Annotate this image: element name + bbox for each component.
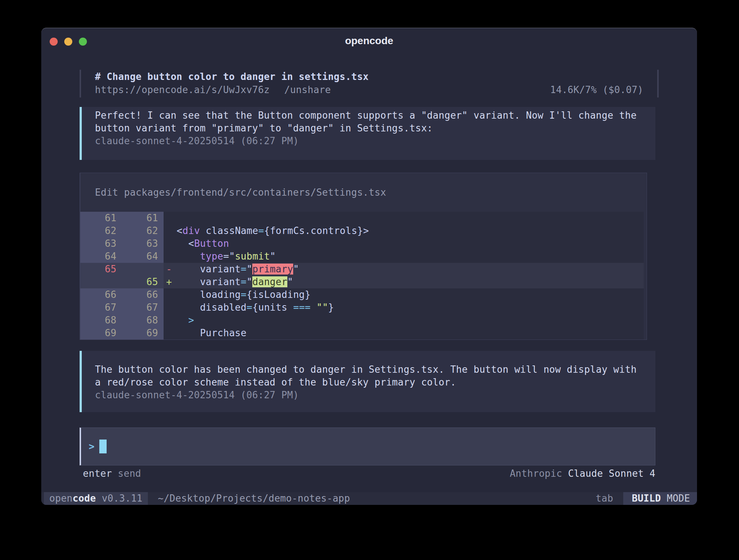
mode-name: BUILD [632, 493, 661, 504]
app-name-prefix: open [49, 493, 73, 504]
edit-tool-card: Edit packages/frontend/src/containers/Se… [80, 173, 647, 340]
status-bar-spacer [350, 492, 596, 505]
session-subheader: https://opencode.ai/s/UwJxv76z /unshare … [95, 83, 643, 97]
model-provider: Anthropic [510, 468, 562, 479]
model-indicator: Anthropic Claude Sonnet 4 [510, 468, 655, 479]
code-line: <div className={formCs.controls}> [153, 225, 369, 237]
mode-label: MODE [667, 493, 690, 504]
diff-row: 6969 Purchase [80, 327, 644, 340]
diff-row: 6363 <Button [80, 237, 644, 250]
old-line-number: 62 [80, 225, 122, 237]
tab-keybind-hint: tab [596, 492, 613, 505]
model-name: Claude Sonnet 4 [568, 468, 655, 479]
diff-row: 6666 loading={isLoading} [80, 288, 644, 301]
old-line-number: 65 [80, 263, 122, 276]
diff-row: 6262 <div className={formCs.controls}> [80, 225, 644, 237]
agent-mode-chip[interactable]: BUILD MODE [623, 492, 697, 505]
assistant-message: The button color has been changed to dan… [80, 351, 655, 412]
diff-row: 6767 disabled={units === ""} [80, 301, 644, 314]
diff-marker: - [166, 263, 173, 276]
app-name-bold: code [73, 493, 96, 504]
message-text: Perfect! I can see that the Button compo… [95, 109, 655, 135]
code-line: Purchase [153, 327, 246, 340]
message-text: The button color has been changed to dan… [95, 363, 655, 389]
old-line-number: 66 [80, 288, 122, 301]
diff-row: 65+ variant="danger" [80, 276, 644, 288]
old-line-number: 64 [80, 250, 122, 263]
message-meta: claude-sonnet-4-20250514 (06:27 PM) [95, 389, 655, 402]
zoom-window-button[interactable] [79, 38, 87, 46]
minimize-window-button[interactable] [64, 38, 72, 46]
opencode-window: opencode # Change button color to danger… [41, 28, 697, 505]
prompt-symbol: > [89, 441, 95, 452]
message-meta: claude-sonnet-4-20250514 (06:27 PM) [95, 135, 655, 147]
new-line-number: 61 [122, 212, 164, 225]
keybind-hint: enter send [83, 468, 141, 479]
unshare-command: /unshare [284, 83, 331, 97]
window-title: opencode [345, 35, 393, 47]
share-url[interactable]: https://opencode.ai/s/UwJxv76z [95, 83, 270, 97]
code-line: type="submit" [153, 250, 276, 263]
code-line: > [153, 314, 194, 327]
input-footer: enter send Anthropic Claude Sonnet 4 [80, 467, 655, 480]
code-line: <Button [153, 237, 229, 250]
working-directory: ~/Desktop/Projects/demo-notes-app [158, 492, 350, 505]
old-line-number [80, 276, 122, 288]
window-titlebar: opencode [41, 28, 697, 54]
session-header: # Change button color to danger in setti… [80, 70, 659, 97]
edit-tool-header: Edit packages/frontend/src/containers/Se… [80, 173, 647, 197]
diff-row: 6464 type="submit" [80, 250, 644, 263]
diff-row: 6161 [80, 212, 644, 225]
prompt-input[interactable]: > [80, 427, 655, 465]
old-line-number: 67 [80, 301, 122, 314]
old-line-number: 63 [80, 237, 122, 250]
diff-view: 61616262 <div className={formCs.controls… [80, 212, 644, 340]
assistant-message: Perfect! I can see that the Button compo… [80, 107, 655, 160]
code-line: loading={isLoading} [153, 288, 311, 301]
diff-row: 6868 > [80, 314, 644, 327]
desktop-background: opencode # Change button color to danger… [0, 0, 739, 560]
diff-marker: + [166, 276, 173, 288]
traffic-lights [50, 38, 87, 46]
keybind-action: send [118, 468, 141, 479]
code-line: variant="primary" [153, 263, 299, 276]
app-version: v0.3.11 [102, 493, 143, 504]
code-line: disabled={units === ""} [153, 301, 334, 314]
code-line: variant="danger" [153, 276, 293, 288]
status-bar: opencode v0.3.11 ~/Desktop/Projects/demo… [41, 492, 697, 505]
old-line-number: 68 [80, 314, 122, 327]
diff-row: 65- variant="primary" [80, 263, 644, 276]
context-usage: 14.6K/7% ($0.07) [550, 83, 643, 97]
old-line-number: 61 [80, 212, 122, 225]
text-cursor [99, 440, 107, 453]
close-window-button[interactable] [50, 38, 58, 46]
session-title: # Change button color to danger in setti… [95, 70, 643, 83]
keybind-key: enter [83, 468, 112, 479]
app-version-chip: opencode v0.3.11 [44, 492, 148, 505]
old-line-number: 69 [80, 327, 122, 340]
